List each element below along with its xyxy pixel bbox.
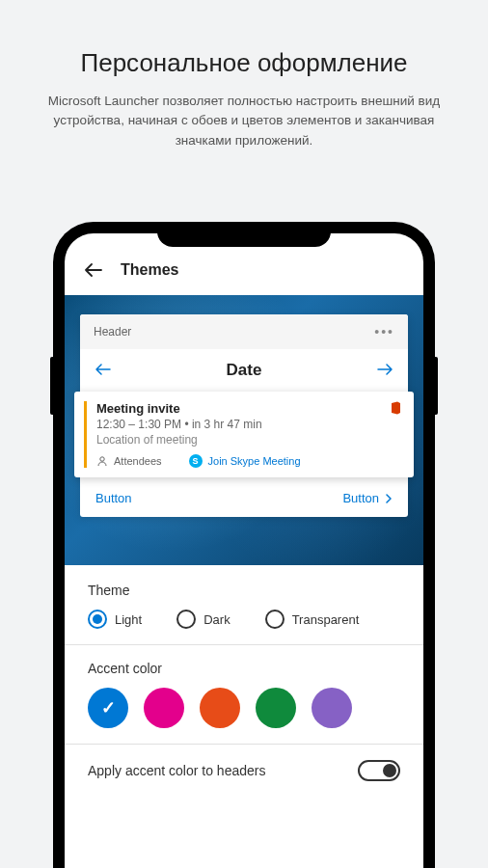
- color-swatch-blue[interactable]: [88, 688, 128, 728]
- back-button[interactable]: [84, 260, 103, 280]
- phone-frame: Themes Header ••• Date: [53, 222, 435, 868]
- radio-dark[interactable]: Dark: [176, 610, 230, 629]
- attendees-link[interactable]: Attendees: [96, 455, 162, 467]
- arrow-right-icon: [377, 364, 393, 375]
- person-icon: [96, 455, 108, 467]
- apply-toggle[interactable]: [358, 760, 400, 781]
- meeting-location: Location of meeting: [96, 433, 400, 447]
- page-title: Персональное оформление: [29, 48, 459, 78]
- app-title: Themes: [121, 261, 178, 279]
- preview-card: Header ••• Date Meeting invite: [80, 314, 408, 517]
- page-description: Microsoft Launcher позволяет полностью н…: [29, 92, 459, 150]
- theme-radio-group: Light Dark Transparent: [88, 610, 400, 629]
- meeting-accent-bar: [84, 401, 87, 468]
- divider: [65, 644, 423, 645]
- skype-link[interactable]: S Join Skype Meeting: [189, 454, 301, 468]
- svg-point-0: [100, 457, 104, 461]
- phone-screen: Themes Header ••• Date: [65, 233, 423, 868]
- radio-icon: [88, 610, 107, 629]
- meeting-content: Meeting invite 12:30 – 1:30 PM • in 3 hr…: [96, 401, 400, 468]
- phone-button-left: [50, 357, 53, 415]
- back-arrow-icon: [85, 263, 102, 277]
- meeting-actions: Attendees S Join Skype Meeting: [96, 454, 400, 468]
- card-header-label: Header: [94, 325, 131, 339]
- color-swatch-orange[interactable]: [200, 688, 240, 728]
- skype-icon: S: [189, 454, 203, 468]
- chevron-right-icon: [385, 494, 393, 503]
- phone-button-right: [435, 357, 438, 415]
- meeting-time: 12:30 – 1:30 PM • in 3 hr 47 min: [96, 418, 400, 431]
- skype-label: Join Skype Meeting: [208, 455, 301, 467]
- attendees-label: Attendees: [114, 455, 162, 467]
- arrow-left-icon: [95, 364, 111, 375]
- meeting-title: Meeting invite: [96, 401, 400, 416]
- phone-notch: [157, 222, 331, 247]
- color-swatch-pink[interactable]: [144, 688, 184, 728]
- theme-label: Theme: [88, 583, 400, 598]
- more-icon[interactable]: •••: [374, 324, 394, 339]
- date-label: Date: [227, 361, 262, 380]
- apply-toggle-row: Apply accent color to headers: [88, 760, 400, 781]
- meeting-card[interactable]: Meeting invite 12:30 – 1:30 PM • in 3 hr…: [74, 392, 414, 477]
- apply-label: Apply accent color to headers: [88, 763, 265, 778]
- button-right[interactable]: Button: [342, 491, 393, 505]
- divider: [65, 744, 423, 745]
- radio-light[interactable]: Light: [88, 610, 142, 629]
- button-row: Button Button: [80, 477, 408, 517]
- radio-transparent[interactable]: Transparent: [265, 610, 360, 629]
- settings-panel: Theme Light Dark Transparent Accent colo…: [65, 565, 423, 799]
- date-prev-button[interactable]: [95, 362, 111, 379]
- wallpaper-preview: Header ••• Date Meeting invite: [65, 295, 423, 565]
- accent-label: Accent color: [88, 661, 400, 676]
- date-row: Date: [80, 349, 408, 392]
- button-left[interactable]: Button: [95, 491, 132, 505]
- color-swatch-green[interactable]: [256, 688, 296, 728]
- office-icon: [389, 401, 402, 415]
- card-header: Header •••: [80, 314, 408, 349]
- radio-icon: [176, 610, 196, 629]
- color-swatches: [88, 688, 400, 728]
- color-swatch-purple[interactable]: [312, 688, 352, 728]
- date-next-button[interactable]: [377, 362, 393, 379]
- radio-icon: [265, 610, 285, 629]
- page-header: Персональное оформление Microsoft Launch…: [0, 0, 488, 174]
